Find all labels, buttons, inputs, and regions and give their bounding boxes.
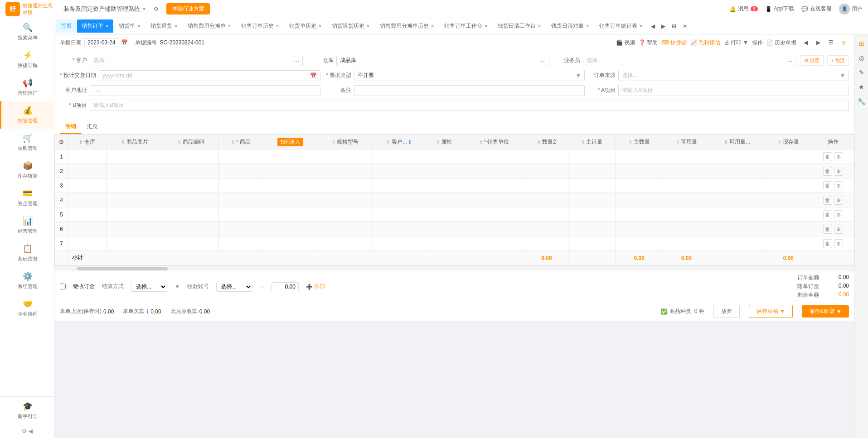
col-gear[interactable]: ⚙ [55,135,68,149]
add-btn[interactable]: ➕ 添加 [306,283,325,290]
tab-return-history[interactable]: 销货退货历史 ✕ [327,19,374,33]
row-delete-icon[interactable]: 🗑 [823,181,832,190]
tab-close-icon[interactable]: ✕ [276,24,279,29]
row-delete-icon[interactable]: 🗑 [823,210,832,219]
amount-input[interactable] [272,282,299,291]
settings-icon[interactable]: ⚙ [150,3,163,15]
sidebar-item-marketing[interactable]: 📢 营销推广 [0,73,54,101]
row-image[interactable] [107,149,163,164]
tab-invoice-history[interactable]: 销货单历史 ✕ [285,19,326,33]
next-record-icon[interactable]: ▶ [813,37,824,48]
table-gear-icon[interactable]: ⚙ [59,139,64,145]
tab-expand-btn[interactable]: ⊟ [669,21,679,31]
sort-icon[interactable]: ⇅ [676,140,679,144]
tab-close-icon[interactable]: ✕ [366,24,370,29]
sidebar-item-sales[interactable]: 💰 销售管理 [0,101,54,129]
tab-close-icon[interactable]: ✕ [318,24,322,29]
row-code[interactable] [163,149,219,164]
address-expand-icon[interactable]: ··· [95,87,101,94]
settings-bottom-icon[interactable]: ⚙ [22,428,27,434]
row-delete-icon[interactable]: 🗑 [823,167,832,176]
sidebar-item-inventory[interactable]: 📦 库存核算 [0,156,54,184]
profit-action[interactable]: 📈毛利预估 [690,39,720,47]
sort-icon[interactable]: ⇅ [121,140,125,144]
operations-action[interactable]: 操作 [752,39,763,47]
row-avail-qty[interactable] [663,149,710,164]
row-copy-icon[interactable]: ⊕ [834,196,843,205]
tab-close-all-btn[interactable]: ✕ [680,21,690,31]
warehouse-expand-icon[interactable]: ··· [541,57,546,64]
sort-icon[interactable]: ⇅ [332,140,335,144]
right-panel-icon-tool[interactable]: 🔧 [856,96,867,107]
system-name[interactable]: 装备及固定资产辅助管理系统 ▼ [63,5,146,13]
add-item-btn[interactable]: + 物流 [827,55,849,66]
tab-expense-split[interactable]: 销售费用分摊单 ✕ [183,19,236,33]
row-copy-icon[interactable]: ⊕ [834,167,843,176]
row-delete-icon[interactable]: 🗑 [823,196,832,205]
sort-icon[interactable]: ⇅ [387,140,390,144]
address-input[interactable]: ··· [90,85,320,96]
account-expand-icon[interactable]: ··· [260,284,264,290]
collapse-sidebar-icon[interactable]: ◀ [29,428,33,434]
row-warehouse[interactable] [68,149,107,164]
order-source-input[interactable]: 选择... ▼ [618,70,849,81]
discard-btn[interactable]: 放弃 [713,305,740,318]
sort-icon[interactable]: ⇅ [629,140,632,144]
save-new-btn[interactable]: 保存&新增 ▼ [802,305,849,318]
sidebar-item-quicknav[interactable]: ⚡ 快捷导航 [0,46,54,73]
prev-record-icon[interactable]: ◀ [800,37,811,48]
online-service-btn[interactable]: 💬 在线客服 [801,5,832,13]
sort-icon[interactable]: ⇅ [436,140,440,144]
right-panel-icon-grid[interactable]: ⊞ [856,38,867,49]
calendar-icon[interactable]: 📅 [121,39,128,46]
sidebar-item-purchase[interactable]: 🛒 采购管理 [0,129,54,156]
tab-prev-btn[interactable]: ◀ [648,21,658,31]
row-stock[interactable] [765,149,812,164]
tab-order-history[interactable]: 销售订单历史 ✕ [237,19,284,33]
row-copy-icon[interactable]: ⊕ [834,225,843,234]
customer-expand-icon[interactable]: ··· [294,57,300,64]
customer-input[interactable]: 选择... ··· [90,55,303,66]
tab-sales-invoice[interactable]: 销货单 ✕ [114,19,145,33]
remark-input[interactable] [354,85,585,96]
row-copy-icon[interactable]: ⊕ [834,181,843,190]
row-unit[interactable] [463,149,525,164]
print-action[interactable]: 🖨打印 ▼ [724,39,748,47]
sort-icon[interactable]: ⇅ [231,140,235,144]
help-action[interactable]: ❓帮助 [639,39,658,47]
right-panel-icon-edit[interactable]: ✎ [856,67,867,78]
right-panel-icon-star[interactable]: ★ [856,82,867,92]
shortcut-action[interactable]: ⌨快捷键 [661,39,687,47]
sidebar-item-search[interactable]: 🔍 搜索菜单 [0,18,54,46]
sort-icon[interactable]: ⇅ [724,140,728,144]
tab-sales-order[interactable]: 销售订单 ✕ [77,19,113,33]
warehouse-input[interactable]: 成品库 ··· [336,55,549,66]
sidebar-item-finance[interactable]: 💳 资金管理 [0,184,54,212]
row-delete-icon[interactable]: 🗑 [823,152,832,161]
sort-icon[interactable]: ⇅ [178,140,181,144]
quick-order-check[interactable] [60,284,66,289]
tab-summary[interactable]: 汇总 [82,120,103,134]
sidebar-item-operations[interactable]: 📊 经营管理 [0,212,54,239]
history-action[interactable]: 📄历史单据 [766,39,796,47]
message-btn[interactable]: 🔔 消息 9 [729,5,758,13]
row-attr[interactable] [425,149,463,164]
tab-daily-reconcile[interactable]: 钱货日清对账 ✕ [547,19,594,33]
tab-close-icon[interactable]: ✕ [174,24,178,29]
account-select[interactable]: 选择... [216,282,252,292]
invoice-input[interactable]: 不开票 ▼ [354,70,585,81]
sidebar-item-system[interactable]: ⚙️ 系统管理 [0,267,54,294]
sort-icon[interactable]: ⇅ [79,140,83,144]
sidebar-item-basic[interactable]: 📋 基础信息 [0,239,54,267]
quick-order-checkbox[interactable]: 一键收订金 [60,283,95,290]
tab-order-workbench[interactable]: 销售订单工作台 ✕ [440,19,492,33]
scan-btn[interactable]: 扫码录入 [277,138,303,146]
sort-icon[interactable]: ⇅ [778,140,781,144]
sort-icon[interactable]: ⇅ [537,140,541,144]
tab-next-btn[interactable]: ▶ [659,21,668,31]
view-action[interactable]: 🎬视频 [616,39,635,47]
app-download-btn[interactable]: 📱 App下载 [765,5,794,13]
staff-expand-icon[interactable]: ··· [787,57,793,64]
row-delete-icon[interactable]: 🗑 [823,225,832,234]
sort-icon[interactable]: ⇅ [581,140,585,144]
